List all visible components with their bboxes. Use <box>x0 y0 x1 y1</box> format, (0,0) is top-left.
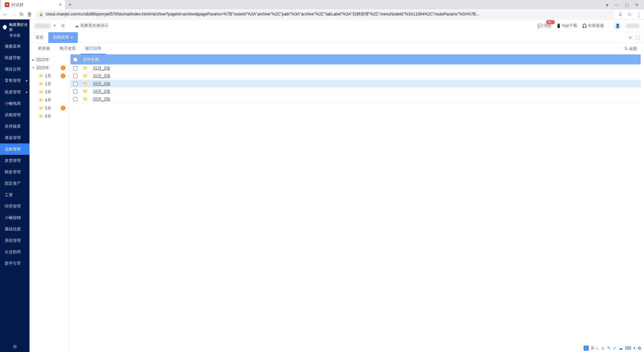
row-checkbox[interactable] <box>73 82 77 86</box>
row-checkbox[interactable] <box>73 97 77 101</box>
sub-tab-invoice[interactable]: 电子发票 <box>55 43 80 54</box>
tree-month-5[interactable]: 📁5月i <box>32 104 67 112</box>
sidebar-item-3[interactable]: 零售管理▾ <box>0 75 30 86</box>
refresh-button[interactable]: ↻ 刷新 <box>625 46 640 52</box>
sub-tab-bank[interactable]: 银行回单 <box>80 43 106 54</box>
sidebar-item-10[interactable]: 发票管理 <box>0 155 30 166</box>
sidebar-item-14[interactable]: 经营管理 <box>0 201 30 212</box>
org-selector[interactable]: ▼ <box>34 24 56 28</box>
url-text: cloud.chanjet.com/cc/u6d89qwnryel/57bfsk… <box>46 11 479 17</box>
close-window-button[interactable]: ✕ <box>635 2 639 7</box>
browser-tab[interactable]: ✦ 好业财 × <box>1 0 65 9</box>
delete-icon[interactable]: 🗑 <box>27 11 32 17</box>
ime-lang-button[interactable]: 英 <box>591 346 594 351</box>
sidebar-item-13[interactable]: 工资 <box>0 189 30 201</box>
ime-keyboard-icon[interactable]: ⌨ <box>625 346 631 351</box>
row-checkbox[interactable] <box>73 74 77 78</box>
tree-month-4[interactable]: 📁4月 <box>32 96 67 104</box>
sidebar-item-8[interactable]: 资金管理 <box>0 132 30 143</box>
sidebar-item-15[interactable]: 小畅报销 <box>0 212 30 223</box>
demo-text: 我要看实例演示 <box>80 23 108 29</box>
tree-year-2022[interactable]: ▶ 2022年 <box>32 56 67 64</box>
forward-button[interactable]: → <box>11 11 16 17</box>
sidebar-item-7[interactable]: 库存核算 <box>0 121 30 132</box>
table-row[interactable]: 📁05月_0张 <box>70 95 641 103</box>
sidebar-item-label: 资金管理 <box>5 135 21 141</box>
sidebar-settings-button[interactable]: ⚙ <box>0 341 30 352</box>
new-tab-button[interactable]: + <box>65 2 75 8</box>
sidebar-item-6[interactable]: 采购管理 <box>0 109 30 121</box>
address-bar[interactable]: 🔒 cloud.chanjet.com/cc/u6d89qwnryel/57bf… <box>36 10 615 18</box>
sidebar-item-4[interactable]: 批发管理▾ <box>0 86 30 98</box>
sidebar-item-label: 税务管理 <box>5 169 21 175</box>
app-download-label: App下载 <box>562 23 577 29</box>
tree-year-2022-label: 2022年 <box>36 57 49 63</box>
ime-smile-icon[interactable]: ☺ <box>601 346 605 351</box>
org-gear-icon[interactable]: ⚙ <box>61 23 65 28</box>
sidebar-item-0[interactable]: 搜索菜单 <box>0 41 30 52</box>
sub-tab-finance[interactable]: 财务账 <box>34 43 55 54</box>
tree-year-2023[interactable]: ▼ 2023年 i <box>32 64 67 72</box>
tree-month-6[interactable]: 📁6月 <box>32 112 67 120</box>
star-icon[interactable]: ☆ <box>627 11 632 17</box>
file-name-link[interactable]: 03月_0张 <box>93 81 110 87</box>
ime-punct-icon[interactable]: •, <box>596 346 599 350</box>
sidebar-item-17[interactable]: 系统管理 <box>0 235 30 246</box>
header-right: 💬 消息 99+ 📱 App下载 🎧 在线客服 👤 <box>537 22 639 30</box>
page-tab-archive[interactable]: 归档管理 ✕ <box>48 32 78 43</box>
sidebar-item-18[interactable]: 企业协同 <box>0 246 30 258</box>
install-icon[interactable]: ⇩ <box>618 11 623 17</box>
table-row[interactable]: 📁02月_0张 <box>70 72 641 80</box>
ime-char-button[interactable]: 王 <box>584 346 589 351</box>
sidebar-item-19[interactable]: 新手引导 <box>0 258 30 269</box>
service-link[interactable]: 🎧 在线客服 <box>582 23 604 29</box>
user-avatar[interactable]: 👤 <box>614 22 621 30</box>
menu-icon[interactable]: ⋮ <box>636 11 641 17</box>
maximize-button[interactable]: ▢ <box>625 2 629 7</box>
file-name-link[interactable]: 01月_0张 <box>93 65 110 71</box>
account-icon[interactable]: ● <box>606 2 608 7</box>
row-checkbox[interactable] <box>73 89 77 94</box>
app-download-link[interactable]: 📱 App下载 <box>556 23 577 29</box>
reload-button[interactable]: ↻ <box>19 11 24 17</box>
ime-cloud-icon[interactable]: ☁ <box>619 346 623 351</box>
org-name-blur <box>34 24 50 28</box>
ime-mic-icon[interactable]: ✓ <box>613 346 616 351</box>
service-label: 在线客服 <box>588 23 604 29</box>
table-row[interactable]: 📁03月_0张 <box>70 80 641 88</box>
close-all-icon[interactable]: ✕ <box>629 35 632 40</box>
tree-month-2[interactable]: 📁2月 <box>32 80 67 88</box>
file-name-link[interactable]: 02月_0张 <box>93 73 110 79</box>
page-tab-home[interactable]: 首页 <box>31 32 48 43</box>
select-all-checkbox[interactable] <box>73 57 77 62</box>
ime-gear-icon[interactable]: ✿ <box>638 346 641 351</box>
folder-icon: 📁 <box>83 66 88 71</box>
sidebar-item-16[interactable]: 基础信息 <box>0 223 30 235</box>
fullscreen-icon[interactable]: ⛶ <box>635 35 639 40</box>
minimize-button[interactable]: — <box>614 2 619 7</box>
app-header: ▼ ⚙ ☁ 我要看实例演示 💬 消息 99+ 📱 App下载 🎧 <box>30 19 644 32</box>
tree-month-3[interactable]: 📁3月 <box>32 88 67 96</box>
sidebar-item-9[interactable]: 总账管理 <box>0 143 30 155</box>
ime-edit-icon[interactable]: ✎ <box>607 346 611 351</box>
row-checkbox[interactable] <box>73 66 77 71</box>
close-tab-icon[interactable]: ✕ <box>70 36 73 39</box>
file-name-link[interactable]: 04月_0张 <box>93 89 110 94</box>
url-bar: ← → ↻ 🗑 🔒 cloud.chanjet.com/cc/u6d89qwnr… <box>0 9 644 19</box>
tree-month-1[interactable]: 📁1月i <box>32 72 67 80</box>
sidebar-item-5[interactable]: 小畅电商 <box>0 98 30 109</box>
sidebar-item-12[interactable]: 固定资产 <box>0 178 30 189</box>
sidebar-item-11[interactable]: 税务管理 <box>0 166 30 178</box>
sidebar-item-2[interactable]: 项目合同 <box>0 63 30 75</box>
caret-right-icon: ▶ <box>32 58 35 61</box>
demo-link[interactable]: ☁ 我要看实例演示 <box>75 23 108 29</box>
ime-down-icon[interactable]: ▾ <box>633 346 636 351</box>
file-name-link[interactable]: 05月_0张 <box>93 96 110 102</box>
message-link[interactable]: 💬 消息 99+ <box>537 23 551 29</box>
tab-close-icon[interactable]: × <box>59 2 62 7</box>
logo-sub: 专业版 <box>9 33 20 38</box>
back-button[interactable]: ← <box>3 11 8 17</box>
table-row[interactable]: 📁01月_0张 <box>70 64 641 72</box>
table-row[interactable]: 📁04月_0张 <box>70 88 641 95</box>
sidebar-item-1[interactable]: 快捷导航 <box>0 52 30 63</box>
